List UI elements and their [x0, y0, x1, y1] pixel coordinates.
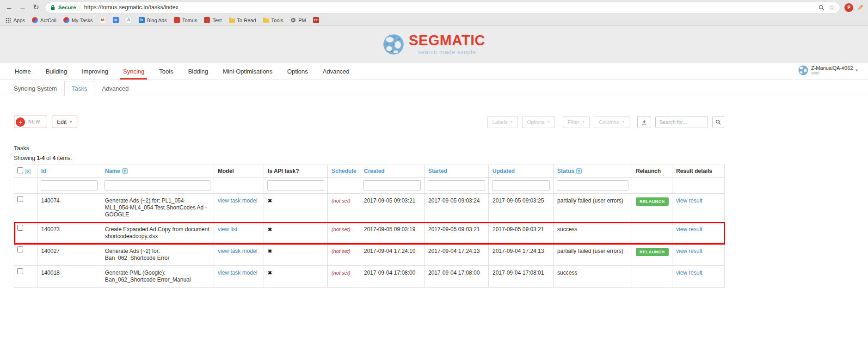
cross-icon: ✖ [268, 198, 272, 203]
cell-status: partially failed (user errors) [554, 244, 632, 266]
chevron-down-icon: ▾ [511, 120, 513, 124]
bookmark-tomus[interactable]: Tomus [174, 17, 197, 23]
column-header-updated[interactable]: Updated [489, 165, 554, 178]
plus-icon: + [16, 117, 25, 127]
nav-item-bidding[interactable]: Bidding [181, 63, 215, 80]
select-all-checkbox[interactable] [17, 167, 23, 173]
cell-schedule: (not set) [332, 227, 350, 232]
padlock-icon [50, 5, 55, 10]
nav-item-building[interactable]: Building [38, 63, 74, 80]
column-header-id[interactable]: Id [37, 165, 101, 178]
row-checkbox[interactable] [17, 225, 23, 231]
column-header-name[interactable]: Name [101, 165, 214, 178]
relaunch-button[interactable]: RELAUNCH [636, 248, 669, 256]
bookmark-tools[interactable]: Tools [263, 18, 283, 23]
bookmark-star-icon[interactable]: ☆ [829, 4, 835, 11]
bookmark-pm[interactable]: ⚙PM [290, 17, 306, 23]
address-bar-row: ← → ↻ Secure | https://tomus.segmatic.io… [0, 0, 868, 15]
cell-status: success [554, 266, 632, 288]
filter-status-input[interactable] [557, 180, 628, 190]
tab-advanced[interactable]: Advanced [94, 81, 136, 96]
row-checkbox[interactable] [17, 268, 23, 274]
bookmark-my-tasks[interactable]: My Tasks [63, 17, 93, 23]
search-button[interactable] [712, 116, 724, 128]
help-icon[interactable] [576, 168, 582, 174]
cell-updated: 2017-09-05 09:03:21 [489, 222, 554, 244]
view-list-link[interactable]: view list [218, 226, 237, 233]
cross-icon: ✖ [268, 248, 272, 254]
bookmark-actcoll[interactable]: ActColl [32, 17, 56, 23]
forward-icon[interactable]: → [18, 4, 27, 11]
column-header-created[interactable]: Created [360, 165, 425, 178]
filter-dropdown-button[interactable]: Filter▾ [563, 116, 590, 128]
back-icon[interactable]: ← [5, 4, 14, 11]
cell-id: 140074 [37, 194, 101, 222]
cell-name: Generate Ads (~2) for: Ban_062_Shortcode… [101, 244, 214, 266]
address-bar[interactable]: Secure | https://tomus.segmatic.io/tasks… [45, 2, 840, 13]
filter-updated-input[interactable] [492, 180, 550, 190]
cell-id: 140073 [37, 222, 101, 244]
options-dropdown-button[interactable]: Options▾ [522, 116, 555, 128]
filter-is-api-task-input[interactable] [267, 180, 324, 190]
tab-syncing-system[interactable]: Syncing System [6, 81, 64, 96]
nav-item-tools[interactable]: Tools [152, 63, 180, 80]
bookmark-test[interactable]: Test [204, 17, 222, 23]
download-button[interactable] [637, 116, 651, 128]
search-input[interactable] [655, 116, 708, 128]
bookmark-analytics[interactable]: A [126, 17, 132, 23]
view-result-link[interactable]: view result [676, 226, 702, 233]
help-icon[interactable] [25, 169, 31, 174]
nav-item-mini-optimisations[interactable]: Mini-Optimisations [215, 63, 280, 80]
filter-started-input[interactable] [428, 180, 485, 190]
row-checkbox[interactable] [17, 246, 23, 252]
columns-dropdown-button[interactable]: Columns▾ [594, 116, 629, 128]
view-task-model-link[interactable]: view task model [218, 270, 257, 276]
cell-started: 2017-09-04 17:08:00 [425, 266, 489, 288]
download-icon [641, 119, 647, 125]
extension-pencil-icon[interactable]: ✎ [856, 5, 865, 11]
browser-chrome: ← → ↻ Secure | https://tomus.segmatic.io… [0, 0, 868, 26]
bookmark-gmail[interactable]: M [100, 17, 106, 23]
tab-tasks[interactable]: Tasks [64, 81, 94, 96]
relaunch-button[interactable]: RELAUNCH [636, 197, 669, 206]
nav-item-improving[interactable]: Improving [74, 63, 116, 80]
user-menu[interactable]: Z-ManualQA-#062 #280 ▾ [798, 65, 858, 75]
view-result-link[interactable]: view result [676, 270, 702, 276]
column-header-started[interactable]: Started [425, 165, 489, 178]
bookmark-calendar[interactable]: 31 [113, 17, 119, 23]
filter-id-input[interactable] [41, 180, 98, 190]
nav-item-home[interactable]: Home [7, 63, 38, 80]
bookmark-to-read[interactable]: To Read [229, 18, 256, 23]
cell-created: 2017-09-05 09:03:21 [360, 194, 425, 222]
view-result-link[interactable]: view result [676, 197, 702, 204]
view-result-link[interactable]: view result [676, 248, 702, 254]
row-checkbox[interactable] [17, 196, 23, 202]
nav-item-advanced[interactable]: Advanced [315, 63, 357, 80]
globe-logo-icon [383, 34, 404, 55]
filter-created-input[interactable] [363, 180, 421, 190]
search-icon [715, 119, 721, 125]
column-header-status[interactable]: Status [554, 165, 632, 178]
nav-item-syncing[interactable]: Syncing [116, 63, 152, 80]
table-row: 140073 Create Expanded Ad Copy from docu… [14, 222, 725, 244]
cell-updated: 2017-09-05 09:03:25 [489, 194, 554, 222]
nav-item-options[interactable]: Options [280, 63, 315, 80]
labels-dropdown-button[interactable]: Labels▾ [487, 116, 518, 128]
view-task-model-link[interactable]: view task model [218, 197, 257, 204]
filter-name-input[interactable] [105, 180, 210, 190]
bookmark-tc[interactable]: TC [313, 17, 319, 23]
bookmark-bing-ads[interactable]: bBing Ads [139, 17, 167, 23]
segmatic-logo[interactable]: SEGMATIC search made simple [383, 33, 485, 55]
extension-p-icon[interactable]: P [844, 3, 853, 12]
zoom-icon[interactable] [819, 5, 825, 11]
cell-id: 140027 [37, 244, 101, 266]
bookmark-apps[interactable]: Apps [6, 18, 25, 23]
edit-dropdown-button[interactable]: Edit ▾ [52, 116, 77, 128]
help-icon[interactable] [122, 168, 128, 174]
new-button[interactable]: + NEW [14, 116, 47, 128]
view-task-model-link[interactable]: view task model [218, 248, 257, 254]
calendar-icon: 31 [113, 17, 119, 23]
column-header-schedule[interactable]: Schedule [328, 165, 360, 178]
url-text[interactable]: https://tomus.segmatic.io/tasks/index [84, 4, 815, 11]
reload-icon[interactable]: ↻ [31, 4, 41, 11]
